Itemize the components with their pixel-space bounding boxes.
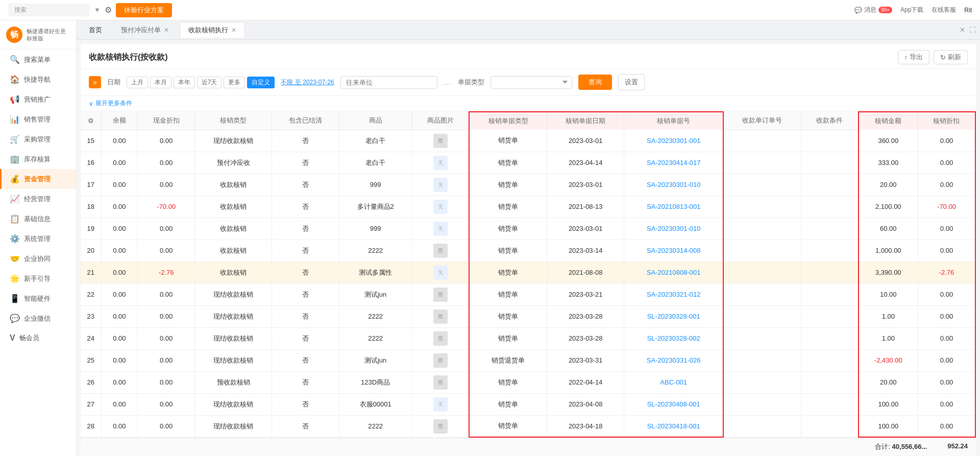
- sidebar-item-inventory[interactable]: 🏢 库存核算: [0, 149, 76, 169]
- cell-verify-bill-no[interactable]: SL-20230328-001: [624, 305, 723, 327]
- bill-no-link[interactable]: SA-20230301-001: [647, 137, 701, 145]
- notification-area[interactable]: 💬 消息 99+: [854, 6, 892, 14]
- sidebar-item-member[interactable]: V 畅会员: [0, 328, 76, 348]
- sidebar-item-purchase[interactable]: 🛒 采购管理: [0, 129, 76, 149]
- bill-no-link[interactable]: SL-20230328-001: [647, 313, 700, 320]
- cell-include-settled: 否: [272, 261, 339, 283]
- cell-verify-type: 收款核销: [194, 218, 272, 239]
- last-7-days-btn[interactable]: 近7天: [197, 77, 222, 88]
- query-button[interactable]: 查询: [578, 75, 612, 90]
- col-verify-amount: 核销金额: [859, 112, 918, 130]
- cell-verify-type: 预付冲应收: [194, 152, 272, 174]
- cell-verify-bill-type: 销货单: [469, 327, 547, 349]
- bill-no-link[interactable]: SL-20230408-001: [647, 400, 700, 408]
- sidebar-item-basic[interactable]: 📋 基础信息: [0, 209, 76, 229]
- voucher-type-select[interactable]: [491, 76, 572, 89]
- top-bar-right: 💬 消息 99+ App下载 在线客服 Rit: [854, 6, 972, 14]
- bill-no-link[interactable]: SA-20230414-017: [647, 159, 701, 166]
- sidebar-item-quick[interactable]: 🏠 快捷导航: [0, 69, 76, 89]
- this-year-btn[interactable]: 本年: [174, 77, 195, 88]
- cell-verify-bill-no[interactable]: SL-20230418-001: [624, 415, 723, 437]
- cell-verify-bill-no[interactable]: SA-20230301-001: [624, 130, 723, 152]
- gear-icon[interactable]: ⚙: [105, 5, 112, 15]
- tab-prepay-close-icon[interactable]: ✕: [164, 27, 169, 34]
- this-month-btn[interactable]: 本月: [150, 77, 172, 88]
- bill-no-link[interactable]: SL-20230328-002: [647, 334, 700, 342]
- cell-verify-bill-no[interactable]: SA-20230331-026: [624, 349, 723, 371]
- bill-no-link[interactable]: SA-20210813-001: [647, 203, 701, 210]
- tab-home[interactable]: 首页: [81, 22, 110, 38]
- cell-goods-image: 图: [412, 415, 469, 437]
- last-month-btn[interactable]: 上月: [127, 77, 148, 88]
- cell-verify-bill-no[interactable]: SA-20210813-001: [624, 196, 723, 218]
- bill-no-link[interactable]: ABC-001: [660, 378, 687, 386]
- tab-expand-icon[interactable]: ⛶: [969, 26, 976, 34]
- setting-button[interactable]: 设置: [618, 74, 645, 90]
- tab-receipt[interactable]: 收款核销执行 ✕: [180, 22, 245, 38]
- sidebar-item-search[interactable]: 🔍 搜索菜单: [0, 50, 76, 69]
- total-discount: 952.24: [947, 442, 968, 451]
- expand-more-button[interactable]: ∨ 展开更多条件: [89, 99, 132, 108]
- cell-verify-bill-no[interactable]: SL-20230328-002: [624, 327, 723, 349]
- sidebar-item-wechat[interactable]: 💬 企业微信: [0, 308, 76, 328]
- cell-receipt-condition: [801, 196, 858, 218]
- cell-balance: 0.00: [101, 349, 138, 371]
- cell-verify-discount: 0.00: [918, 327, 975, 349]
- data-table: ⚙ 余额 现金折扣 核销类型 包含已结清 商品 商品图片 核销单据类型 核销单据…: [81, 111, 976, 438]
- total-amount-label: 合计:: [875, 443, 892, 450]
- home-icon: 🏠: [10, 75, 20, 84]
- cell-verify-bill-type: 销货单: [469, 196, 547, 218]
- col-verify-bill-type: 核销单据类型: [469, 112, 547, 130]
- tab-close-all-icon[interactable]: ✕: [960, 26, 965, 34]
- filter-dots: ...: [444, 79, 452, 86]
- refresh-button[interactable]: ↻ 刷新: [934, 50, 968, 64]
- bill-no-link[interactable]: SA-20230301-010: [647, 181, 701, 188]
- bill-no-link[interactable]: SA-20230314-008: [647, 247, 701, 254]
- bill-no-link[interactable]: SA-20230331-026: [647, 356, 701, 364]
- sidebar-item-finance[interactable]: 💰 资金管理: [0, 169, 76, 189]
- search-placeholder: 搜索: [14, 6, 27, 13]
- sidebar-item-marketing[interactable]: 📢 营销推广: [0, 89, 76, 109]
- custom-date-btn[interactable]: 自定义: [247, 77, 275, 88]
- more-date-btn[interactable]: 更多: [224, 77, 245, 88]
- industry-solution-button[interactable]: 休验行业方案: [116, 3, 172, 17]
- sidebar-item-sales[interactable]: 📊 销售管理: [0, 109, 76, 129]
- column-settings-icon[interactable]: ⚙: [88, 117, 94, 125]
- sidebar-item-operation[interactable]: 📈 经营管理: [0, 189, 76, 209]
- counterparty-input[interactable]: [340, 76, 437, 89]
- table-row: 23 0.00 0.00 现结收款核销 否 2222 图 销货单 2023-03…: [81, 305, 975, 327]
- sidebar-item-newbie[interactable]: 🌟 新手引导: [0, 269, 76, 289]
- sidebar-item-system[interactable]: ⚙️ 系统管理: [0, 229, 76, 249]
- filter-toggle-button[interactable]: »: [89, 76, 101, 88]
- sidebar-item-collab[interactable]: 🤝 企业协同: [0, 249, 76, 269]
- cell-verify-bill-no[interactable]: SA-20230301-010: [624, 218, 723, 239]
- bill-no-link[interactable]: SA-20230321-012: [647, 291, 701, 298]
- bill-no-link[interactable]: SA-20230301-010: [647, 225, 701, 232]
- expand-more-bar: ∨ 展开更多条件: [81, 96, 976, 111]
- cell-verify-bill-no[interactable]: SL-20230408-001: [624, 393, 723, 415]
- bill-no-link[interactable]: SL-20230418-001: [647, 422, 700, 430]
- online-service-link[interactable]: 在线客服: [932, 6, 956, 14]
- cell-verify-bill-type: 销货单: [469, 305, 547, 327]
- cell-verify-bill-date: 2021-08-13: [547, 196, 624, 218]
- date-range-display[interactable]: 不限 至 2023-07-26: [281, 78, 334, 87]
- export-button[interactable]: ↑ 导出: [898, 50, 930, 64]
- cell-verify-amount: 20.00: [859, 371, 918, 393]
- cell-cash-discount: 0.00: [138, 218, 195, 239]
- tab-prepay[interactable]: 预付冲应付单 ✕: [112, 22, 178, 38]
- app-download-link[interactable]: App下载: [900, 6, 923, 14]
- cell-verify-bill-no[interactable]: ABC-001: [624, 371, 723, 393]
- cell-verify-bill-no[interactable]: SA-20210808-001: [624, 261, 723, 283]
- cell-cash-discount: -70.00: [138, 196, 195, 218]
- cell-verify-bill-no[interactable]: SA-20230321-012: [624, 283, 723, 305]
- col-gear[interactable]: ⚙: [81, 112, 101, 130]
- table-row: 25 0.00 0.00 现结收款核销 否 测试jun 图 销货退货单 2023…: [81, 349, 975, 371]
- bill-no-link[interactable]: SA-20210808-001: [647, 269, 701, 276]
- cell-verify-bill-no[interactable]: SA-20230301-010: [624, 174, 723, 196]
- sidebar-item-hardware[interactable]: 📱 智能硬件: [0, 289, 76, 308]
- cell-verify-bill-no[interactable]: SA-20230314-008: [624, 239, 723, 261]
- sidebar-label-member: 畅会员: [19, 333, 39, 343]
- cell-verify-bill-no[interactable]: SA-20230414-017: [624, 152, 723, 174]
- tab-receipt-close-icon[interactable]: ✕: [231, 27, 236, 34]
- export-label: 导出: [910, 53, 923, 62]
